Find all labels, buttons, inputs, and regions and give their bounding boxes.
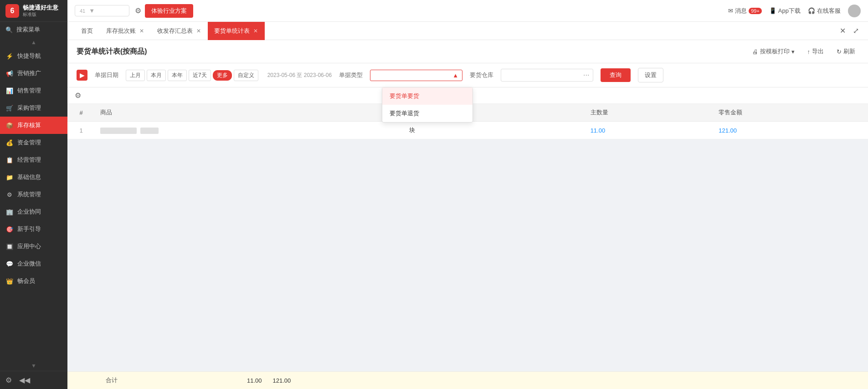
app-download-icon: 📱 <box>769 7 776 14</box>
sidebar-item-label: 经营管理 <box>17 156 41 164</box>
quick-nav-icon: ⚡ <box>5 52 14 60</box>
sidebar: 6 畅捷通好生意 标准版 🔍 搜索菜单 ▲ ⚡ 快捷导航 📢 营销推广 📊 销售… <box>0 0 67 389</box>
sidebar-item-app-center[interactable]: 🔲 应用中心 <box>0 238 67 255</box>
message-label: 消息 <box>735 7 747 15</box>
sidebar-item-label: 营销推广 <box>17 69 41 77</box>
sidebar-item-basic-info[interactable]: 📁 基础信息 <box>0 169 67 186</box>
cell-qty: 11.00 <box>585 122 714 139</box>
qty-link[interactable]: 11.00 <box>591 127 606 134</box>
tab-inventory-batch-label: 库存批次账 <box>106 27 136 35</box>
warehouse-input[interactable] <box>505 72 581 79</box>
chevron-down-icon: ▼ <box>89 7 95 14</box>
dropdown-item-order-add[interactable]: 要货单要货 <box>382 87 473 105</box>
type-select[interactable]: ▲ <box>370 70 462 81</box>
sidebar-item-system[interactable]: ⚙ 系统管理 <box>0 186 67 203</box>
app-title: 畅捷通好生意 <box>23 4 58 12</box>
dropdown-item-order-return[interactable]: 要货单退货 <box>382 105 473 122</box>
tab-receivable-summary-close[interactable]: ✕ <box>196 28 201 34</box>
tab-inventory-batch-close[interactable]: ✕ <box>139 28 144 34</box>
tab-receivable-summary[interactable]: 收发存汇总表 ✕ <box>151 22 208 40</box>
topbar-right: ✉ 消息 99+ 📱 App下载 🎧 在线客服 <box>728 5 861 17</box>
search-button[interactable]: 查询 <box>601 68 631 82</box>
basic-info-icon: 📁 <box>5 173 14 181</box>
sidebar-item-purchase[interactable]: 🛒 采购管理 <box>0 99 67 117</box>
tabs-bar: 首页 库存批次账 ✕ 收发存汇总表 ✕ 要货单统计表 ✕ ✕ ⤢ <box>67 22 868 40</box>
app-center-icon: 🔲 <box>5 242 14 251</box>
sidebar-item-vip[interactable]: 👑 畅会员 <box>0 272 67 290</box>
print-button[interactable]: 🖨 按模板打印 ▾ <box>749 46 798 57</box>
logo-icon: 6 <box>5 4 19 18</box>
date-btn-custom[interactable]: 自定义 <box>234 70 258 81</box>
tab-order-summary-close[interactable]: ✕ <box>253 28 258 34</box>
refresh-icon: ↻ <box>837 48 842 55</box>
export-button[interactable]: ↑ 导出 <box>804 46 828 57</box>
table-settings-icon[interactable]: ⚙ <box>75 91 81 100</box>
chevron-down-icon: ▾ <box>791 48 795 55</box>
message-button[interactable]: ✉ 消息 99+ <box>728 7 762 15</box>
collapse-icon[interactable]: ◀◀ <box>19 376 30 384</box>
sidebar-item-label: 库存核算 <box>17 121 41 129</box>
sidebar-item-guide[interactable]: 🎯 新手引导 <box>0 220 67 238</box>
sidebar-item-wechat[interactable]: 💬 企业微信 <box>0 255 67 272</box>
sidebar-item-enterprise[interactable]: 🏢 企业协同 <box>0 203 67 220</box>
search-menu-label: 搜索菜单 <box>16 26 40 34</box>
footer-label-cell: 合计 <box>100 376 123 384</box>
sidebar-item-label: 资金管理 <box>17 138 41 147</box>
system-icon: ⚙ <box>5 190 14 199</box>
service-icon: 🎧 <box>808 7 815 14</box>
guide-icon: 🎯 <box>5 225 14 233</box>
warehouse-select[interactable]: ··· <box>501 69 593 82</box>
sidebar-item-sales[interactable]: 📊 销售管理 <box>0 82 67 99</box>
cell-index: 1 <box>67 122 95 139</box>
date-btn-more[interactable]: 更多 <box>213 70 232 81</box>
topbar-settings-icon[interactable]: ⚙ <box>135 6 141 15</box>
sidebar-item-marketing[interactable]: 📢 营销推广 <box>0 65 67 82</box>
sidebar-item-label: 企业微信 <box>17 260 41 268</box>
enterprise-icon: 🏢 <box>5 208 14 216</box>
sidebar-item-operations[interactable]: 📋 经营管理 <box>0 151 67 169</box>
online-service-button[interactable]: 🎧 在线客服 <box>808 7 841 15</box>
warehouse-more-icon[interactable]: ··· <box>583 71 589 79</box>
settings-icon[interactable]: ⚙ <box>5 376 12 384</box>
sidebar-item-finance[interactable]: 💰 资金管理 <box>0 134 67 151</box>
sidebar-item-quick-nav[interactable]: ⚡ 快捷导航 <box>0 47 67 65</box>
search-icon: 🔍 <box>5 26 13 33</box>
date-btn-last-7days[interactable]: 近7天 <box>189 70 211 81</box>
tab-home[interactable]: 首页 <box>75 22 100 40</box>
filter-expand-button[interactable]: ▶ <box>77 70 87 81</box>
scroll-up: ▲ <box>0 37 67 47</box>
sidebar-item-inventory[interactable]: 📦 库存核算 <box>0 117 67 134</box>
tab-receivable-summary-label: 收发存汇总表 <box>157 27 193 35</box>
export-icon: ↑ <box>807 48 811 55</box>
tab-order-summary[interactable]: 要货单统计表 ✕ <box>208 22 265 40</box>
tab-inventory-batch[interactable]: 库存批次账 ✕ <box>100 22 151 40</box>
user-avatar[interactable] <box>848 5 861 17</box>
type-caret-icon[interactable]: ▲ <box>452 72 458 79</box>
amount-link[interactable]: 121.00 <box>719 127 737 134</box>
date-btn-this-month[interactable]: 本月 <box>147 70 166 81</box>
app-download-button[interactable]: 📱 App下载 <box>769 7 801 15</box>
sidebar-item-label: 应用中心 <box>17 242 41 251</box>
search-menu[interactable]: 🔍 搜索菜单 <box>0 22 67 37</box>
product-placeholder-2 <box>140 128 159 134</box>
warehouse-label: 要货仓库 <box>470 71 493 79</box>
settings-filter-button[interactable]: 设置 <box>638 68 663 82</box>
dropdown-item-order-return-label: 要货单退货 <box>390 110 419 117</box>
sidebar-item-label: 企业协同 <box>17 208 41 216</box>
store-selector[interactable]: 41 ▼ <box>75 5 129 16</box>
close-all-tabs-button[interactable]: ✕ <box>838 25 847 37</box>
promo-button[interactable]: 体验行业方案 <box>145 4 193 18</box>
date-range-display: 2023-05-06 至 2023-06-06 <box>267 72 332 79</box>
date-btn-last-month[interactable]: 上月 <box>126 70 145 81</box>
tabs-bar-right: ✕ ⤢ <box>838 25 861 37</box>
sidebar-item-label: 快捷导航 <box>17 52 41 60</box>
date-btn-this-year[interactable]: 本年 <box>168 70 187 81</box>
page-header: 要货单统计表(按商品) 🖨 按模板打印 ▾ ↑ 导出 ↻ 刷新 <box>67 40 868 63</box>
table-footer: 合计 11.00 121.00 <box>67 371 868 389</box>
cell-unit: 块 <box>404 122 585 139</box>
product-placeholder-1 <box>100 128 137 134</box>
expand-tabs-button[interactable]: ⤢ <box>851 25 861 37</box>
refresh-label: 刷新 <box>843 47 855 56</box>
type-input[interactable] <box>374 72 451 79</box>
refresh-button[interactable]: ↻ 刷新 <box>833 46 859 57</box>
